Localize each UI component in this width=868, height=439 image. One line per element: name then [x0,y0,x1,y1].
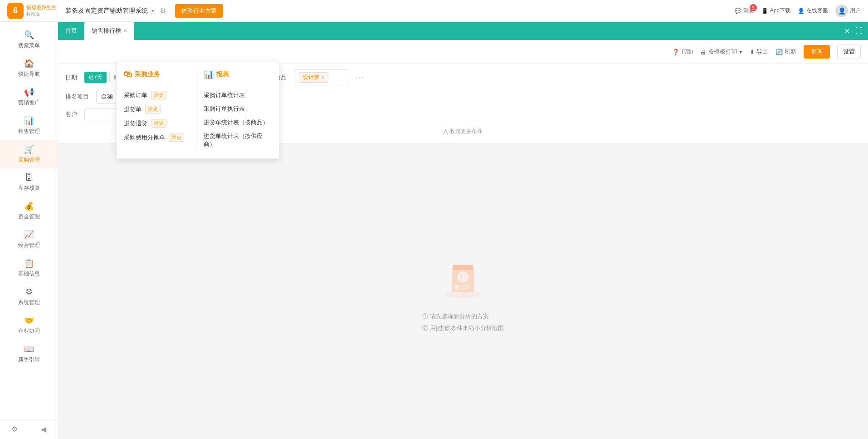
cooperation-icon: 🤝 [24,316,34,326]
sidebar-item-inventory[interactable]: 🗄 库存核算 [0,168,58,197]
incoming-stats-supplier-label: 进货单统计表（按供应商） [204,132,272,148]
sidebar-item-nav-label: 快捷导航 [18,70,40,78]
settings-filter-btn[interactable]: 设置 [837,44,861,59]
date-7days-btn[interactable]: 近7天 [84,72,107,83]
refresh-icon: 🔄 [775,49,783,55]
user-btn[interactable]: 👤 用户 [835,5,861,17]
menu-item-purchase-order[interactable]: 采购订单 历史 [124,88,192,102]
topbar-right: 💬 消息 9 📱 App下载 👤 在线客服 👤 用户 [735,5,861,17]
menu-col-report: 📊 报表 采购订单统计表 采购订单执行表 进货单统计表（按商品） 进货单统计表（… [196,69,272,151]
user-label: 用户 [850,7,861,15]
sales-icon: 📊 [24,116,34,126]
menu-item-order-stats[interactable]: 采购订单统计表 [204,89,272,102]
online-service-btn[interactable]: 👤 在线客服 [798,7,828,15]
goods-tag: 设计费 × [299,72,328,83]
empty-illustration: ! [436,249,490,303]
sidebar-item-guide[interactable]: 📖 新手引导 [0,340,58,368]
sidebar-item-sales-label: 销售管理 [18,128,40,135]
query-btn[interactable]: 查询 [804,45,830,59]
business-icon: 📈 [24,230,34,240]
sidebar-item-search[interactable]: 🔍 搜索菜单 [0,25,58,54]
message-badge: 9 [750,4,757,11]
basics-icon: 📋 [24,258,34,268]
app-download-label: App下载 [770,7,790,15]
svg-rect-6 [461,285,470,286]
sidebar-item-system[interactable]: ⚙ 系统管理 [0,282,58,311]
sidebar-item-cooperation[interactable]: 🤝 企业协同 [0,311,58,340]
title-dropdown-icon[interactable]: ▾ [151,8,154,14]
help-btn[interactable]: ❓ 帮助 [672,48,693,56]
goods-tag-close-icon[interactable]: × [321,74,324,81]
sidebar-item-cooperation-label: 企业协同 [18,327,40,335]
search-icon: 🔍 [24,30,34,40]
sidebar-item-basics-label: 基础信息 [18,270,40,278]
print-dropdown-icon: ▾ [739,49,742,55]
purchase-order-history-tag: 历史 [151,91,166,99]
settings-icon[interactable]: ⚙ [160,6,166,15]
tab-sales-ranking-label: 销售排行榜 [92,27,121,35]
business-menu-icon: 🛍 [124,69,132,79]
menu-item-incoming-stats-supplier[interactable]: 进货单统计表（按供应商） [204,129,272,151]
rank-label: 排名项目 [65,93,89,101]
sidebar-item-business[interactable]: 📈 经营管理 [0,225,58,254]
return-history-tag: 历史 [151,119,166,128]
main-area: 🔍 搜索菜单 🏠 快捷导航 📢 营销推广 📊 销售管理 🛒 采购管 [0,22,868,439]
refresh-btn[interactable]: 🔄 刷新 [775,48,796,56]
more-filter-dots[interactable]: ··· [356,74,364,82]
menu-business-title: 🛍 采购业务 [124,69,192,83]
sidebar-item-marketing[interactable]: 📢 营销推广 [0,83,58,111]
refresh-label: 刷新 [785,48,796,56]
sidebar-item-finance-label: 资金管理 [18,213,40,221]
tip2-text: 用[过滤]条件来缩小分析范围 [430,325,504,331]
menu-item-order-exec[interactable]: 采购订单执行表 [204,102,272,116]
sidebar-item-nav[interactable]: 🏠 快捷导航 [0,54,58,83]
return-label: 进货退货 [124,119,147,128]
tab-close-icon[interactable]: × [124,28,127,34]
collapse-icon: ⋀ [444,128,448,135]
purchase-icon: 🛒 [24,144,34,154]
tab-close-window-icon[interactable]: ✕ [844,27,850,35]
content-area: 首页 销售排行榜 × ✕ ⛶ ❓ 帮助 🖨 按模板 [58,22,868,439]
tab-home[interactable]: 首页 [58,22,84,40]
empty-tips: ① 请先选择要分析的方案 ② 用[过滤]条件来缩小分析范围 [422,311,504,334]
logo-icon: 6 [7,3,24,19]
message-btn[interactable]: 💬 消息 9 [735,7,754,15]
tab-bar: 首页 销售排行榜 × ✕ ⛶ [58,22,868,40]
print-btn[interactable]: 🖨 按模板打印 ▾ [700,48,742,56]
sidebar-bottom: ⚙ ◀ [0,419,58,439]
print-label: 按模板打印 [708,48,737,56]
sidebar-item-basics[interactable]: 📋 基础信息 [0,254,58,282]
menu-item-incoming[interactable]: 进货单 历史 [124,102,192,116]
tab-maximize-icon[interactable]: ⛶ [855,27,863,35]
order-stats-label: 采购订单统计表 [204,91,245,99]
finance-icon: 💰 [24,201,34,211]
settings-bottom-icon[interactable]: ⚙ [11,425,18,434]
tip1-bullet: ① [422,313,430,320]
marketing-icon: 📢 [24,87,34,97]
menu-col-business: 🛍 采购业务 采购订单 历史 进货单 历史 进货退货 历史 [124,69,192,151]
menu-item-return[interactable]: 进货退货 历史 [124,116,192,130]
tab-sales-ranking[interactable]: 销售排行榜 × [84,22,134,40]
export-btn[interactable]: ⬇ 导出 [750,48,768,56]
top-bar: 6 畅捷通好生意 标准版 装备及固定资产辅助管理系统 ▾ ⚙ 体验行业方案 💬 … [0,0,868,22]
menu-item-incoming-stats-goods[interactable]: 进货单统计表（按商品） [204,116,272,129]
sidebar-item-purchase[interactable]: 🛒 采购管理 [0,140,58,168]
app-download-btn[interactable]: 📱 App下载 [761,7,790,15]
collapse-sidebar-icon[interactable]: ◀ [41,425,46,434]
incoming-history-tag: 历史 [145,105,161,113]
report-title-label: 报表 [216,70,229,79]
customer-label: 客户 [65,110,77,118]
order-exec-label: 采购订单执行表 [204,105,245,113]
purchase-order-label: 采购订单 [124,91,147,99]
menu-item-expenses[interactable]: 采购费用分摊单 历史 [124,130,192,144]
industry-btn[interactable]: 体验行业方案 [175,4,223,18]
sidebar-item-finance[interactable]: 💰 资金管理 [0,197,58,225]
purchase-dropdown-menu: 🛍 采购业务 采购订单 历史 进货单 历史 进货退货 历史 [116,62,279,159]
goods-select[interactable]: 设计费 × [294,69,348,85]
tab-home-label: 首页 [65,27,77,35]
export-icon: ⬇ [750,49,755,55]
rank-value: 金额 [101,93,113,101]
sidebar-item-marketing-label: 营销推广 [18,99,40,107]
incoming-stats-goods-label: 进货单统计表（按商品） [204,118,268,127]
sidebar-item-sales[interactable]: 📊 销售管理 [0,111,58,140]
